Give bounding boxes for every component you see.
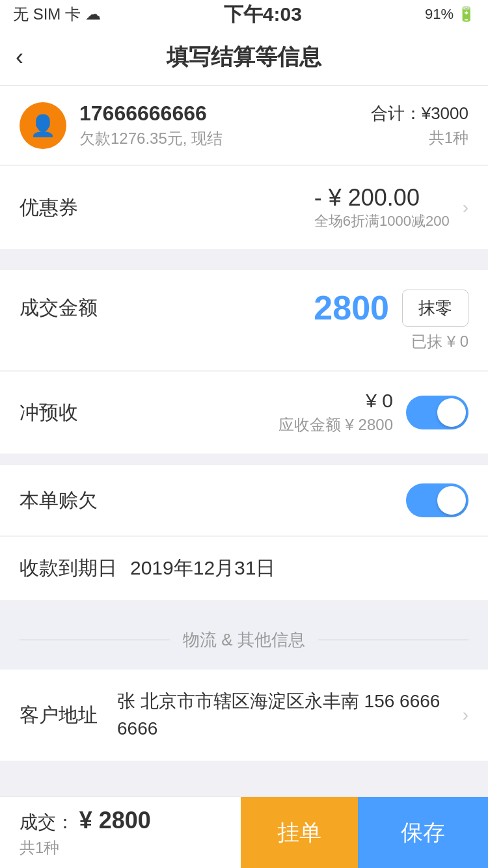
credit-section: 本单赊欠 <box>0 465 488 536</box>
coupon-description: 全场6折满1000减200 <box>314 211 450 231</box>
pending-button[interactable]: 挂单 <box>241 797 358 869</box>
status-right: 91% 🔋 <box>425 6 475 23</box>
address-section[interactable]: 客户地址 张 北京市市辖区海淀区永丰南 156 6666 6666 › <box>0 670 488 761</box>
customer-debt: 欠款1276.35元, 现结 <box>79 128 223 149</box>
customer-right: 合计：¥3000 共1种 <box>371 102 468 148</box>
customer-section: 👤 17666666666 欠款1276.35元, 现结 合计：¥3000 共1… <box>0 86 488 165</box>
bottom-bar: 成交： ¥ 2800 共1种 挂单 保存 <box>0 796 488 868</box>
precollect-sub: 应收金额 ¥ 2800 <box>278 414 393 435</box>
divider-line-right <box>318 640 468 640</box>
separator-1 <box>0 260 488 270</box>
duedate-value: 2019年12月31日 <box>130 555 275 582</box>
save-button[interactable]: 保存 <box>358 797 488 869</box>
customer-info: 17666666666 欠款1276.35元, 现结 <box>79 102 223 149</box>
address-value: 张 北京市市辖区海淀区永丰南 156 6666 6666 <box>117 688 463 742</box>
battery-icon: 🔋 <box>457 6 475 23</box>
avatar: 👤 <box>20 102 66 149</box>
coupon-right: - ¥ 200.00 全场6折满1000减200 › <box>314 184 468 231</box>
amount-section: 成交金额 2800 抹零 已抹 ¥ 0 <box>0 270 488 370</box>
page-header: ‹ 填写结算等信息 <box>0 29 488 86</box>
customer-left: 👤 17666666666 欠款1276.35元, 现结 <box>20 102 223 149</box>
round-button[interactable]: 抹零 <box>402 290 468 327</box>
coupon-section[interactable]: 优惠券 - ¥ 200.00 全场6折满1000减200 › <box>0 166 488 249</box>
duedate-section: 收款到期日 2019年12月31日 <box>0 537 488 600</box>
status-left: 无 SIM 卡 ☁ <box>13 4 101 25</box>
sim-label: 无 SIM 卡 ☁ <box>13 4 101 25</box>
amount-right: 2800 抹零 <box>314 288 468 327</box>
bottom-deal-label: 成交： <box>20 812 74 832</box>
amount-sub: 已抹 ¥ 0 <box>20 331 468 352</box>
page-title: 填写结算等信息 <box>167 42 321 72</box>
divider-line-left <box>20 640 170 640</box>
battery-label: 91% <box>425 6 454 23</box>
separator-3 <box>0 600 488 610</box>
bottom-summary: 成交： ¥ 2800 共1种 <box>0 807 241 858</box>
address-chevron-icon: › <box>463 705 468 726</box>
bottom-deal-amount: ¥ 2800 <box>79 807 151 834</box>
back-button[interactable]: ‹ <box>16 44 23 71</box>
total-count: 共1种 <box>371 128 468 148</box>
credit-toggle-thumb <box>437 486 466 515</box>
total-label: 合计：¥3000 <box>371 102 468 125</box>
precollect-amount: ¥ 0 应收金额 ¥ 2800 <box>278 390 393 435</box>
duedate-label: 收款到期日 <box>20 555 117 582</box>
coupon-label: 优惠券 <box>20 195 78 221</box>
precollect-right: ¥ 0 应收金额 ¥ 2800 <box>278 390 468 435</box>
separator-2 <box>0 455 488 465</box>
bottom-deal-row: 成交： ¥ 2800 <box>20 807 221 835</box>
status-bar: 无 SIM 卡 ☁ 下午4:03 91% 🔋 <box>0 0 488 29</box>
customer-phone: 17666666666 <box>79 102 223 126</box>
chevron-right-icon: › <box>463 197 468 218</box>
bottom-count: 共1种 <box>20 837 221 858</box>
amount-label: 成交金额 <box>20 295 98 321</box>
precollect-value: ¥ 0 <box>278 390 393 412</box>
toggle-thumb <box>437 398 466 427</box>
credit-label: 本单赊欠 <box>20 487 98 514</box>
precollect-label: 冲预收 <box>20 400 78 426</box>
address-label: 客户地址 <box>20 702 98 729</box>
amount-value: 2800 <box>314 288 389 327</box>
status-time: 下午4:03 <box>224 1 302 28</box>
precollect-toggle[interactable] <box>406 396 468 429</box>
amount-row: 成交金额 2800 抹零 <box>20 288 468 327</box>
precollect-section: 冲预收 ¥ 0 应收金额 ¥ 2800 <box>0 372 488 454</box>
coupon-discount: - ¥ 200.00 <box>314 184 455 211</box>
logistics-divider: 物流 & 其他信息 <box>0 610 488 670</box>
logistics-label: 物流 & 其他信息 <box>183 629 305 651</box>
credit-toggle[interactable] <box>406 483 468 517</box>
